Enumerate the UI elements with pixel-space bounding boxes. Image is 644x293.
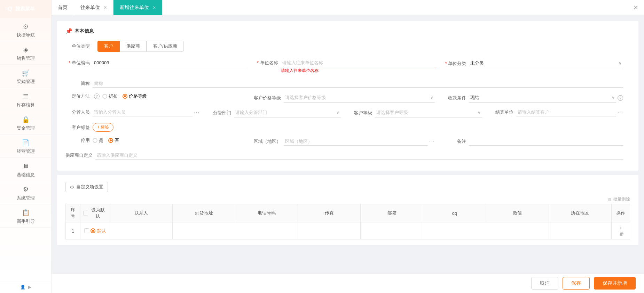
customize-settings-button[interactable]: ⚙ 自定义项设置 xyxy=(65,182,108,192)
sidebar-item-finance[interactable]: 🔒 资金管理 xyxy=(0,111,51,135)
save-new-button[interactable]: 保存并新增 xyxy=(594,277,636,290)
unit-category-select[interactable]: 未分类 ∨ xyxy=(469,59,623,68)
pricing-help-icon[interactable]: ? xyxy=(94,93,100,99)
contact-table: 序号 设为默认 联系人 到货地址 电话号码 传真 邮箱 qq xyxy=(65,204,630,239)
tab-new-partner[interactable]: 新增往来单位 ✕ xyxy=(113,0,163,15)
abbr-input[interactable] xyxy=(93,79,623,88)
wechat-input[interactable] xyxy=(489,227,546,235)
sidebar-item-quick-nav[interactable]: ⊙ 快捷导航 xyxy=(0,18,51,41)
region-more-icon[interactable]: ··· xyxy=(429,138,435,145)
contact-input[interactable] xyxy=(113,227,170,235)
abbr-group: 简称 xyxy=(65,79,630,88)
payment-terms-help-icon[interactable]: ? xyxy=(618,95,623,101)
qq-input[interactable] xyxy=(426,227,483,235)
unit-code-label: 单位编码 xyxy=(65,60,90,66)
customer-price-level-select[interactable]: 请选择客户价格等级 ∨ xyxy=(284,93,435,103)
section-title-icon: 📌 xyxy=(65,28,72,34)
payment-terms-value: 现结 xyxy=(470,95,479,101)
manager-more-icon[interactable]: ··· xyxy=(194,109,199,115)
region-label: 区域（地区） xyxy=(254,138,281,145)
radio-discount[interactable]: 折扣 xyxy=(102,93,118,99)
remark-label: 备注 xyxy=(442,138,466,145)
add-tag-button[interactable]: + 标签 xyxy=(93,123,113,132)
sidebar-item-system[interactable]: ⚙ 系统管理 xyxy=(0,181,51,204)
row-default-radio[interactable]: 默认 xyxy=(91,228,106,234)
select-all-checkbox[interactable] xyxy=(83,211,88,215)
remark-input[interactable] xyxy=(469,137,623,146)
tab-partners-close[interactable]: ✕ xyxy=(103,5,107,10)
supplier-custom-input[interactable] xyxy=(95,151,623,160)
cell-region[interactable] xyxy=(549,222,611,239)
chevron-down-icon: ∨ xyxy=(619,61,622,66)
manager-group: 分管人员 ··· xyxy=(65,108,207,116)
type-btn-both[interactable]: 客户/供应商 xyxy=(147,41,184,52)
customer-level-select[interactable]: 请选择客户等级 ∨ xyxy=(375,108,482,117)
manager-input[interactable] xyxy=(93,108,193,116)
disabled-row: 停用 是 否 区域（地区） ··· xyxy=(65,137,630,146)
tag-label: 客户标签 xyxy=(65,124,90,131)
region-table-input[interactable] xyxy=(552,227,608,235)
cell-phone[interactable] xyxy=(235,222,298,239)
code-name-row: 单位编码 单位名称 请输入往来单位名称 单位分类 未分类 ∨ xyxy=(65,59,630,74)
save-button[interactable]: 保存 xyxy=(563,277,590,290)
sidebar-item-guide[interactable]: 📋 新手引导 xyxy=(0,204,51,228)
batch-delete-label[interactable]: 批量删除 xyxy=(613,196,630,202)
guide-icon: 📋 xyxy=(22,209,30,217)
cell-contact[interactable] xyxy=(110,222,173,239)
phone-input[interactable] xyxy=(238,227,295,235)
unit-code-input[interactable] xyxy=(93,59,247,67)
unit-code-group: 单位编码 xyxy=(65,59,254,67)
cell-qq[interactable] xyxy=(423,222,486,239)
radio-price-level[interactable]: 价格等级 xyxy=(123,93,147,99)
cell-wechat[interactable] xyxy=(486,222,549,239)
system-icon: ⚙ xyxy=(22,185,30,194)
tab-partners[interactable]: 往来单位 ✕ xyxy=(74,0,113,15)
sidebar-label: 系统管理 xyxy=(17,195,35,201)
customer-level-group: 客户等级 请选择客户等级 ∨ xyxy=(348,108,489,117)
cancel-button[interactable]: 取消 xyxy=(531,277,558,290)
sidebar-item-sales[interactable]: ◈ 销售管理 xyxy=(0,41,51,65)
dept-select[interactable]: 请输入分管部门 ∨ xyxy=(234,108,341,117)
address-input[interactable] xyxy=(175,227,232,235)
sidebar-item-search[interactable]: ≡Q 搜索菜单 xyxy=(0,0,51,18)
sidebar-item-operations[interactable]: 📄 经营管理 xyxy=(0,135,51,158)
fax-input[interactable] xyxy=(301,227,358,235)
sidebar-item-basic-info[interactable]: 🖥 基础信息 xyxy=(0,158,51,181)
abbr-label: 简称 xyxy=(65,80,90,87)
settlement-unit-input[interactable] xyxy=(516,108,616,116)
type-btn-customer[interactable]: 客户 xyxy=(97,41,120,52)
radio-yes[interactable]: 是 xyxy=(93,137,103,144)
sidebar-item-inventory[interactable]: ☰ 库存核算 xyxy=(0,88,51,111)
settlement-unit-more-icon[interactable]: ··· xyxy=(618,109,623,115)
email-input[interactable] xyxy=(363,227,420,235)
sidebar-label: 资金管理 xyxy=(17,125,35,131)
type-btn-supplier[interactable]: 供应商 xyxy=(120,41,147,52)
default-radio-circle xyxy=(91,228,95,233)
row-checkbox[interactable] xyxy=(84,228,89,233)
add-row-icon[interactable]: ＋ xyxy=(618,225,623,230)
payment-terms-select[interactable]: 现结 ∨ xyxy=(469,93,616,103)
cell-action: ＋ 🗑 xyxy=(611,222,630,239)
region-group: 区域（地区） ··· xyxy=(254,137,442,146)
col-address: 到货地址 xyxy=(173,204,235,222)
radio-no[interactable]: 否 xyxy=(108,137,119,144)
supplier-custom-label: 供应商自定义 xyxy=(65,152,93,158)
tab-home[interactable]: 首页 xyxy=(52,0,74,15)
supplier-custom-row: 供应商自定义 xyxy=(65,151,630,160)
unit-category-value: 未分类 xyxy=(470,60,484,66)
radio-no-label: 否 xyxy=(115,137,119,144)
tab-new-partner-close[interactable]: ✕ xyxy=(152,5,156,10)
unit-name-input[interactable] xyxy=(281,59,435,67)
sidebar-item-purchase[interactable]: 🛒 采购管理 xyxy=(0,65,51,88)
unit-type-row: 单位类型 客户 供应商 客户/供应商 xyxy=(65,41,630,52)
cell-fax[interactable] xyxy=(298,222,361,239)
unit-name-group: 单位名称 请输入往来单位名称 xyxy=(254,59,442,74)
region-input[interactable] xyxy=(284,137,428,146)
expand-icon[interactable]: ▶ xyxy=(28,285,31,290)
window-close-button[interactable]: ✕ xyxy=(628,4,644,11)
abbr-row: 简称 xyxy=(65,79,630,88)
cell-email[interactable] xyxy=(361,222,423,239)
delete-row-icon[interactable]: 🗑 xyxy=(619,231,624,237)
user-icon: 👤 xyxy=(20,285,25,290)
cell-address[interactable] xyxy=(173,222,235,239)
